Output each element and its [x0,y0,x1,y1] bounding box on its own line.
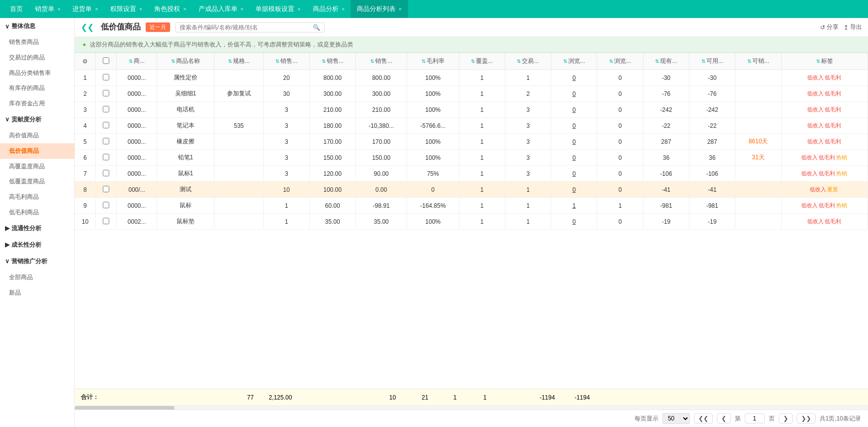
sidebar-item[interactable]: 商品分类销售率 [0,65,74,81]
sidebar-collapse-btn[interactable]: ❮❮ [81,22,94,32]
sidebar-item[interactable]: 高覆盖度商品 [0,159,74,174]
col-header-browse2[interactable]: ⇅浏览... [597,53,643,70]
page-input[interactable] [745,414,765,424]
row-checkbox-input[interactable] [103,170,109,176]
share-button[interactable]: ↺ 分享 [820,23,839,31]
close-icon[interactable]: × [342,6,345,12]
prev-page-btn[interactable]: ❮ [717,414,731,424]
row-checkbox-input[interactable] [103,138,109,144]
first-page-btn[interactable]: ❮❮ [694,414,713,424]
col-header-gross_margin[interactable]: ⇅毛利率 [407,53,459,70]
col-header-code[interactable]: ⇅商... [117,53,157,70]
row-tags[interactable]: 低收入重置 [781,182,868,198]
row-checkbox[interactable] [96,102,117,118]
col-header-name[interactable]: ⇅商品名称 [157,53,214,70]
nav-item[interactable]: 首页 [4,0,29,18]
sidebar-group[interactable]: ∨ 贡献度分析 [0,111,74,128]
close-icon[interactable]: × [297,6,300,12]
sidebar-item[interactable]: 交易过的商品 [0,50,74,65]
row-checkbox[interactable] [96,86,117,102]
col-header-sellable[interactable]: ⇅可销... [735,53,781,70]
row-browse1[interactable]: 0 [551,70,597,86]
nav-item[interactable]: 进货单× [66,0,104,18]
nav-item[interactable]: 单据模板设置× [249,0,306,18]
row-checkbox-input[interactable] [103,106,109,112]
row-browse1[interactable]: 0 [551,102,597,118]
col-header-coverage[interactable]: ⇅覆盖... [459,53,505,70]
close-icon[interactable]: × [95,6,98,12]
nav-item[interactable]: 商品分析列表× [351,0,408,18]
sidebar-item[interactable]: 有库存的商品 [0,80,74,96]
row-browse1-link[interactable]: 0 [572,138,576,145]
sidebar-item[interactable]: 低价值商品 [0,143,74,159]
close-icon[interactable]: × [240,6,243,12]
nav-item[interactable]: 角色授权× [148,0,192,18]
search-box[interactable]: 🔍 [175,22,325,32]
row-browse1-link[interactable]: 0 [572,186,576,193]
close-icon[interactable]: × [57,6,60,12]
select-all-checkbox[interactable] [103,57,109,64]
nav-item[interactable]: 销货单× [29,0,66,18]
row-browse1[interactable]: 0 [551,214,597,230]
row-tags[interactable]: 低收入低毛利 [781,70,868,86]
row-checkbox[interactable] [96,198,117,214]
row-browse1-link[interactable]: 0 [572,90,576,97]
col-header-sales_amount[interactable]: ⇅销售... [309,53,355,70]
sidebar-item[interactable]: 销售类商品 [0,34,74,50]
row-tags[interactable]: 低收入低毛利 [781,118,868,134]
close-icon[interactable]: × [139,6,142,12]
row-tags[interactable]: 低收入低毛利热销 [781,150,868,166]
sidebar-item[interactable]: 低覆盖度商品 [0,174,74,189]
row-checkbox-input[interactable] [103,218,109,224]
row-checkbox[interactable] [96,166,117,182]
last-page-btn[interactable]: ❯❯ [797,414,816,424]
col-header-browse1[interactable]: ⇅浏览... [551,53,597,70]
row-checkbox[interactable] [96,70,117,86]
sidebar-group[interactable]: ∨ 整体信息 [0,18,74,34]
time-filter-tag[interactable]: 近一月 [146,22,170,32]
col-header-spec[interactable]: ⇅规格... [214,53,263,70]
row-browse1-link[interactable]: 1 [572,202,576,209]
row-tags[interactable]: 低收入低毛利 [781,134,868,150]
row-tags[interactable]: 低收入低毛利 [781,86,868,102]
row-checkbox[interactable] [96,150,117,166]
col-header-tags[interactable]: ⇅标签 [781,53,868,70]
row-browse1[interactable]: 1 [551,198,597,214]
nav-item[interactable]: 产成品入库单× [193,0,249,18]
row-tags[interactable]: 低收入低毛利热销 [781,198,868,214]
row-browse1[interactable]: 0 [551,182,597,198]
row-browse1-link[interactable]: 0 [572,122,576,129]
row-checkbox[interactable] [96,134,117,150]
row-browse1[interactable]: 0 [551,150,597,166]
row-browse1[interactable]: 0 [551,134,597,150]
sidebar-group[interactable]: ▶ 成长性分析 [0,237,74,253]
sidebar-item[interactable]: 新品 [0,285,74,301]
next-page-btn[interactable]: ❯ [779,414,793,424]
col-header-checkbox[interactable] [96,53,117,70]
nav-item[interactable]: 权限设置× [104,0,148,18]
sidebar-item[interactable]: 低毛利商品 [0,205,74,220]
row-browse1-link[interactable]: 0 [572,74,576,81]
scroll-bar[interactable] [75,406,868,410]
row-tags[interactable]: 低收入低毛利热销 [781,166,868,182]
row-checkbox[interactable] [96,182,117,198]
row-checkbox[interactable] [96,118,117,134]
row-checkbox[interactable] [96,214,117,230]
sidebar-item[interactable]: 高毛利商品 [0,189,74,205]
sidebar-item[interactable]: 库存资金占用 [0,96,74,111]
col-header-settings[interactable]: ⚙ [75,53,96,70]
row-checkbox-input[interactable] [103,186,109,192]
row-checkbox-input[interactable] [103,202,109,208]
col-header-transactions[interactable]: ⇅交易... [505,53,551,70]
export-button[interactable]: ↥ 导出 [844,23,862,31]
col-header-current_stock[interactable]: ⇅现有... [643,53,689,70]
row-checkbox-input[interactable] [103,122,109,128]
row-browse1[interactable]: 0 [551,86,597,102]
row-browse1-link[interactable]: 0 [572,154,576,161]
sidebar-group[interactable]: ▶ 流通性分析 [0,220,74,237]
close-icon[interactable]: × [183,6,186,12]
sidebar-item[interactable]: 全部商品 [0,270,74,285]
close-icon[interactable]: × [399,6,402,12]
search-input[interactable] [180,24,313,31]
row-checkbox-input[interactable] [103,154,109,160]
